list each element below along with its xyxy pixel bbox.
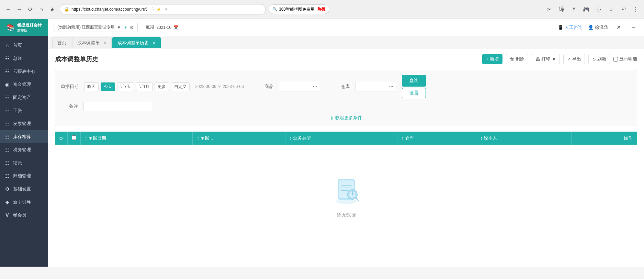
sidebar-item-inventory[interactable]: ☷ 库存核算 (0, 130, 48, 143)
tab-cost-adjust-close[interactable]: ✕ (103, 41, 106, 45)
delete-button[interactable]: 🗑 删除 (506, 54, 528, 64)
url-grid-icon: ⁛ (151, 7, 154, 12)
translate-button[interactable]: 译 (557, 4, 566, 14)
sidebar-item-home[interactable]: ⌂ 首页 (0, 39, 48, 52)
logo-icon: 📚 (7, 23, 15, 32)
service-button[interactable]: 📱 人工咨询 (558, 24, 583, 31)
sidebar-item-payroll[interactable]: ☷ 工资 (0, 104, 48, 117)
header-right: 📱 人工咨询 👤 徐泽华 ✕ − (558, 23, 639, 32)
tab-cost-adjust-history[interactable]: 成本调整单历史 ✕ (112, 37, 161, 48)
minimize-window-button[interactable]: − (629, 23, 639, 32)
sidebar-item-settings[interactable]: ⚙ 基础设置 (0, 182, 48, 196)
sidebar-label-ledger: 总账 (13, 55, 22, 62)
sidebar-label-inventory: 库存核算 (13, 134, 31, 140)
headset-icon: 📱 (558, 25, 563, 30)
sidebar-item-closing[interactable]: ☷ 结账 (0, 156, 48, 169)
th-checkbox[interactable] (68, 132, 81, 145)
sidebar: 📚 畅捷通好会计 旗舰版 ⌂ 首页 ☷ 总账 ☷ 云报表中心 ◉ 资金管理 (0, 19, 48, 267)
product-select[interactable]: ⋯ (279, 82, 320, 91)
date-btn-custom[interactable]: 自定义 (171, 82, 190, 91)
empty-text: 暂无数据 (337, 212, 356, 218)
search-icon: 🔍 (272, 7, 278, 12)
th-actions: 操作 (571, 132, 637, 145)
reload-button[interactable]: ⟳ (25, 4, 35, 14)
sidebar-item-guide[interactable]: ◆ 新手引导 (0, 196, 48, 209)
sidebar-item-invoices[interactable]: ☷ 发票管理 (0, 117, 48, 130)
refresh-button[interactable]: ↻ 刷新 (588, 54, 610, 64)
tab-home[interactable]: 首页 (52, 37, 71, 48)
th-number[interactable]: ↕ 单据... (193, 132, 285, 145)
settings-gear-icon: ⚙ (129, 25, 134, 30)
sidebar-item-ledger[interactable]: ☷ 总账 (0, 52, 48, 65)
forward-button[interactable]: → (14, 4, 24, 14)
grid-button[interactable]: ⁛ (594, 4, 603, 14)
add-company-icon: + (124, 25, 127, 30)
browser-search[interactable]: 🔍 360智能抠图免费用 热搜 (269, 4, 329, 14)
sidebar-item-membership[interactable]: V 畅会员 (0, 209, 48, 222)
payroll-icon: ☷ (4, 108, 10, 113)
sidebar-item-tax[interactable]: ☷ 税务管理 (0, 143, 48, 156)
notes-input[interactable] (83, 102, 152, 111)
product-filter-label: 商品 (256, 83, 273, 90)
company-selector[interactable]: (勿删勿禁用) 江西服宝测试专用 ▼ + ⚙ (54, 23, 138, 32)
collapse-arrow-icon: ⇧ (330, 115, 334, 121)
select-all-checkbox[interactable] (72, 135, 76, 140)
sidebar-label-settings: 基础设置 (13, 186, 31, 192)
settings-filter-button[interactable]: 设置 (402, 88, 426, 98)
display-cols-input[interactable] (613, 57, 618, 62)
home-button[interactable]: ⌂ (36, 4, 46, 14)
page-title: 成本调整单历史 (55, 55, 98, 63)
back-button[interactable]: ← (3, 4, 13, 14)
tab-cost-adjust-history-close[interactable]: ✕ (152, 41, 156, 45)
date-btn-1month[interactable]: 近1月 (136, 82, 153, 91)
export-button[interactable]: ↗ 导出 (563, 54, 585, 64)
address-bar[interactable]: 🔒 https://cloud.chanjet.com/accounting/u… (60, 4, 266, 14)
date-btn-today[interactable]: 今天 (101, 82, 115, 91)
coin-button[interactable]: ¥ (569, 4, 579, 14)
print-button[interactable]: 🖶 打印 ▼ (532, 54, 560, 64)
data-table: ⚙ ↕ 单据日期 ↕ 单据... ↕ 业务类型 (55, 132, 637, 145)
sidebar-item-reports[interactable]: ☷ 云报表中心 (0, 65, 48, 78)
page-tabs: 首页 成本调整单 ✕ 成本调整单历史 ✕ (48, 36, 644, 48)
browser-nav-buttons: ← → ⟳ ⌂ ★ (3, 4, 57, 14)
query-button[interactable]: 查询 (402, 75, 426, 87)
th-warehouse-label: ↕ 仓库 (402, 135, 414, 141)
warehouse-select[interactable]: ⋯ (355, 82, 396, 91)
bookmark-button[interactable]: ★ (47, 4, 57, 14)
collapse-button[interactable]: ⇧ 收起更多条件 (330, 115, 362, 121)
game-button[interactable]: 🎮 (581, 4, 591, 14)
th-biz-type[interactable]: ↕ 业务类型 (285, 132, 397, 145)
user-menu[interactable]: 👤 徐泽华 (588, 24, 608, 31)
date-btn-7days[interactable]: 近7天 (117, 82, 134, 91)
th-handler[interactable]: ↕ 经手人 (476, 132, 572, 145)
collapse-label: 收起更多条件 (335, 115, 362, 121)
period-info: 账期 2021-10 📅 (146, 24, 179, 30)
sidebar-item-archive[interactable]: ☷ 归档管理 (0, 169, 48, 182)
scissors-button[interactable]: ✂ (544, 4, 554, 14)
print-dropdown-icon: ▼ (552, 57, 556, 62)
sidebar-item-funds[interactable]: ◉ 资金管理 (0, 78, 48, 91)
sidebar-label-funds: 资金管理 (13, 81, 31, 88)
close-window-button[interactable]: ✕ (614, 23, 623, 32)
date-filter-label: 单据日期 (61, 83, 79, 90)
browser-right-tools: ✂ 译 ¥ 🎮 ⁛ ☼ ↶ ⋮ (544, 4, 641, 14)
new-button[interactable]: + 新增 (482, 54, 502, 64)
th-date[interactable]: ↕ 单据日期 (81, 132, 193, 145)
url-dropdown-icon: ▼ (164, 7, 168, 11)
date-btn-yesterday[interactable]: 昨天 (84, 82, 99, 91)
logo-text: 畅捷通好会计 (17, 22, 42, 28)
th-settings[interactable]: ⚙ (55, 132, 68, 145)
tab-cost-adjust[interactable]: 成本调整单 ✕ (72, 37, 112, 48)
more-button[interactable]: ⋮ (631, 4, 641, 14)
sidebar-label-invoices: 发票管理 (13, 121, 31, 127)
filter-row-notes: 备注 (61, 102, 631, 111)
date-btn-more[interactable]: 更多 (155, 82, 169, 91)
th-number-label: ↕ 单据... (197, 135, 213, 141)
display-cols-checkbox[interactable]: 显示明细 (613, 56, 637, 62)
brightness-button[interactable]: ☼ (606, 4, 616, 14)
th-warehouse[interactable]: ↕ 仓库 (397, 132, 476, 145)
sidebar-item-fixed-assets[interactable]: ☷ 固定资产 (0, 91, 48, 104)
history-button[interactable]: ↶ (619, 4, 628, 14)
url-text: https://cloud.chanjet.com/accounting/uru… (71, 7, 147, 12)
notes-filter-label: 备注 (61, 103, 78, 110)
